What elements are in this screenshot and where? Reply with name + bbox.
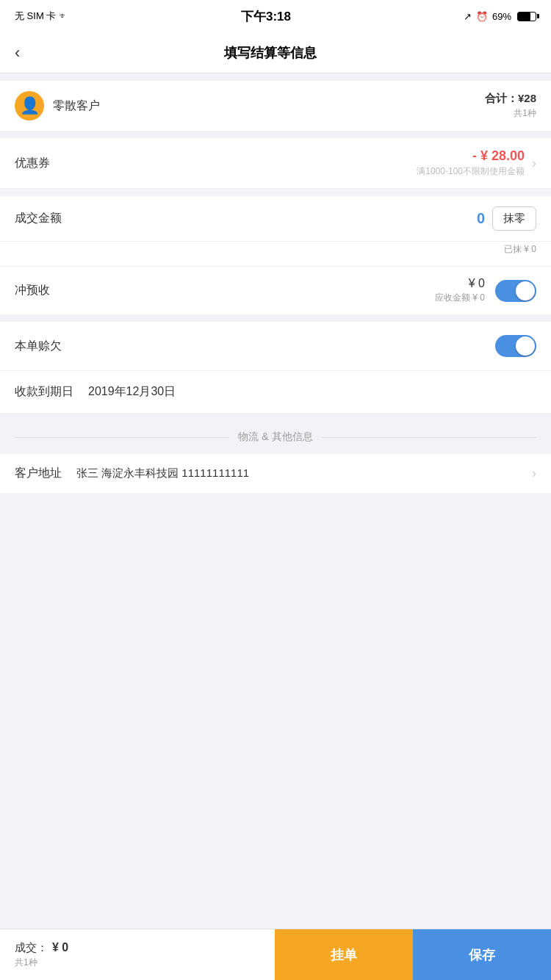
status-time: 下午3:18	[241, 8, 291, 25]
coupon-row[interactable]: 优惠券 - ¥ 28.00 满1000-100不限制使用金额 ›	[0, 138, 551, 189]
footer-info: 成交： ¥ 0 共1种	[0, 941, 275, 969]
address-value: 张三 海淀永丰科技园 11111111111	[76, 466, 532, 480]
hold-button[interactable]: 挂单	[275, 929, 413, 981]
customer-name: 零散客户	[53, 98, 100, 114]
battery-percent: 69%	[492, 11, 511, 22]
page-title: 填写结算等信息	[35, 44, 505, 62]
pre-amounts: ¥ 0 应收金额 ¥ 0	[435, 277, 485, 304]
amount-right: 0 抹零	[477, 206, 536, 231]
pre-amount-sub: 应收金额 ¥ 0	[435, 292, 485, 304]
amount-label: 成交金额	[15, 211, 62, 226]
status-bar: 无 SIM 卡 ᯤ 下午3:18 ↗ ⏰ 69%	[0, 0, 551, 32]
customer-total: 合计：¥28	[485, 92, 536, 106]
pre-received-toggle[interactable]	[495, 280, 536, 302]
customer-avatar: 👤	[15, 91, 44, 120]
customer-section: 👤 零散客户 合计：¥28 共1种	[0, 81, 551, 131]
location-icon: ↗	[464, 11, 472, 22]
pre-received-label: 冲预收	[15, 283, 50, 298]
customer-row: 👤 零散客户 合计：¥28 共1种	[0, 81, 551, 131]
customer-right: 合计：¥28 共1种	[485, 92, 536, 120]
coupon-description: 满1000-100不限制使用金额	[417, 165, 525, 178]
footer-deal-label: 成交：	[15, 941, 48, 955]
coupon-right: - ¥ 28.00 满1000-100不限制使用金额 ›	[417, 148, 536, 178]
footer-deal-amount: ¥ 0	[52, 941, 68, 954]
pre-amount-value: ¥ 0	[435, 277, 485, 290]
address-label: 客户地址	[15, 466, 62, 481]
coupon-discount: - ¥ 28.00	[417, 148, 525, 164]
save-button[interactable]: 保存	[413, 929, 551, 981]
pre-received-row: 冲预收 ¥ 0 应收金额 ¥ 0	[0, 266, 551, 314]
credit-section: 本单赊欠 收款到期日 2019年12月30日	[0, 322, 551, 413]
credit-toggle[interactable]	[495, 335, 536, 357]
footer-deal: 成交： ¥ 0	[15, 941, 260, 955]
credit-row: 本单赊欠	[0, 322, 551, 370]
alarm-icon: ⏰	[476, 11, 488, 22]
address-chevron-icon: ›	[532, 466, 536, 481]
sim-text: 无 SIM 卡 ᯤ	[15, 10, 68, 23]
address-row[interactable]: 客户地址 张三 海淀永丰科技园 11111111111 ›	[0, 454, 551, 493]
coupon-section[interactable]: 优惠券 - ¥ 28.00 满1000-100不限制使用金额 ›	[0, 138, 551, 189]
logistics-label: 物流 & 其他信息	[238, 430, 312, 444]
nav-bar: ‹ 填写结算等信息	[0, 32, 551, 73]
amount-value: 0	[477, 210, 485, 227]
sep-line-left	[15, 437, 229, 438]
logistics-section-sep: 物流 & 其他信息	[0, 420, 551, 454]
footer-count: 共1种	[15, 956, 260, 969]
due-date-row: 收款到期日 2019年12月30日	[0, 370, 551, 413]
address-section[interactable]: 客户地址 张三 海淀永丰科技园 11111111111 ›	[0, 454, 551, 493]
status-right: ↗ ⏰ 69%	[464, 11, 536, 22]
amount-sub-text: 已抹 ¥ 0	[504, 244, 536, 254]
due-date-value: 2019年12月30日	[88, 384, 176, 400]
amount-section: 成交金额 0 抹零 已抹 ¥ 0 冲预收 ¥ 0 应收金额 ¥ 0	[0, 196, 551, 314]
customer-count: 共1种	[485, 107, 536, 120]
coupon-label: 优惠券	[15, 156, 50, 171]
amount-row: 成交金额 0 抹零	[0, 196, 551, 242]
status-left: 无 SIM 卡 ᯤ	[15, 10, 68, 23]
back-button[interactable]: ‹	[15, 43, 20, 62]
battery-icon	[517, 12, 536, 21]
sep-line-right	[322, 437, 536, 438]
credit-label: 本单赊欠	[15, 339, 62, 354]
bottom-footer: 成交： ¥ 0 共1种 挂单 保存	[0, 929, 551, 980]
customer-left: 👤 零散客户	[15, 91, 100, 120]
round-button[interactable]: 抹零	[492, 206, 536, 231]
due-date-label: 收款到期日	[15, 384, 73, 400]
pre-right: ¥ 0 应收金额 ¥ 0	[435, 277, 536, 304]
coupon-chevron-icon: ›	[532, 156, 536, 171]
